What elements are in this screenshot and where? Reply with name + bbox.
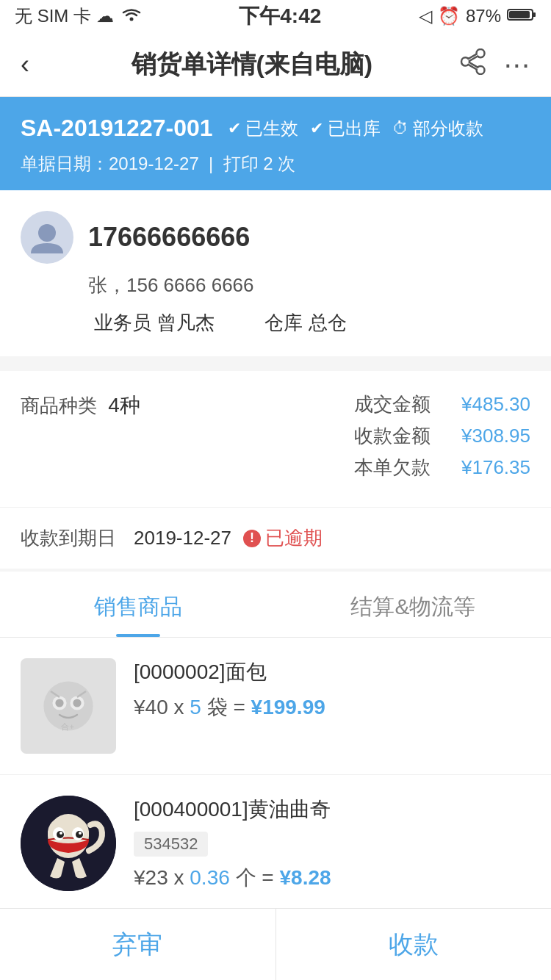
product-name-cookie: [000400001]黄油曲奇: [134, 796, 530, 824]
tab-sales[interactable]: 销售商品: [0, 572, 276, 637]
due-label: 收款到期日: [21, 525, 116, 551]
received-value: ¥308.95: [442, 425, 530, 447]
order-id: SA-20191227-001: [21, 115, 213, 142]
product-price-cookie: ¥23 x 0.36 个 = ¥8.28: [134, 864, 530, 892]
customer-section: 17666666666 张，156 6666 6666 业务员曾凡杰 仓库总仓: [0, 190, 551, 356]
share-icon[interactable]: [460, 48, 486, 81]
more-icon[interactable]: ···: [504, 48, 530, 81]
status-tags: ✔ 已生效 ✔ 已出库 ⏱ 部分收款: [228, 117, 483, 140]
product-badge-cookie: 534532: [134, 832, 208, 857]
sim-status: 无 SIM 卡 ☁: [15, 4, 114, 28]
amount-label: 成交金额: [354, 392, 431, 417]
collect-payment-button[interactable]: 收款: [276, 909, 552, 980]
svg-point-9: [73, 699, 81, 707]
due-date-value: 2019-12-27: [134, 527, 231, 550]
check-icon-shipped: ✔: [310, 119, 323, 138]
cancel-audit-button[interactable]: 弃审: [0, 909, 276, 980]
tabs-row: 销售商品 结算&物流等: [0, 572, 551, 638]
received-row: 收款金额 ¥308.95: [354, 423, 530, 449]
check-icon-active: ✔: [228, 119, 241, 138]
product-image-cookie: [21, 796, 116, 891]
svg-point-18: [79, 832, 82, 835]
overdue-dot-icon: !: [243, 530, 261, 547]
product-total-bread: ¥199.99: [251, 696, 325, 718]
page-title: 销货单详情(来自电脑): [44, 48, 460, 82]
product-info-bread: [0000002]面包 ¥40 x 5 袋 = ¥199.99: [134, 658, 530, 721]
svg-point-17: [60, 832, 62, 835]
product-total-cookie: ¥8.28: [279, 866, 331, 889]
battery-status: 87%: [466, 6, 501, 26]
sales-info: 业务员曾凡杰: [88, 310, 215, 336]
tab-settlement[interactable]: 结算&物流等: [276, 572, 551, 637]
location-icon: ◁: [419, 6, 432, 26]
svg-point-0: [129, 18, 133, 21]
status-bar: 无 SIM 卡 ☁ 下午4:42 ◁ ⏰ 87%: [0, 0, 551, 32]
overdue-text: 已逾期: [265, 525, 323, 551]
due-date-section: 收款到期日 2019-12-27 ! 已逾期: [0, 507, 551, 569]
product-price-bread: ¥40 x 5 袋 = ¥199.99: [134, 693, 530, 721]
product-qty-bread: 5: [190, 696, 201, 718]
debt-value: ¥176.35: [442, 456, 530, 479]
divider1: [0, 356, 551, 371]
customer-phone: 17666666666: [88, 222, 250, 253]
stats-section: 商品种类 4种 成交金额 ¥485.30 收款金额 ¥308.95 本单欠款 ¥…: [0, 371, 551, 507]
debt-row: 本单欠款 ¥176.35: [354, 455, 530, 480]
svg-rect-3: [509, 11, 530, 18]
battery-icon: [507, 6, 536, 26]
status-active: ✔ 已生效: [228, 117, 298, 140]
customer-top: 17666666666: [21, 211, 530, 264]
product-info-cookie: [000400001]黄油曲奇 534532 ¥23 x 0.36 个 = ¥8…: [134, 796, 530, 892]
status-partial: ⏱ 部分收款: [392, 117, 483, 140]
svg-text:合+: 合+: [61, 722, 74, 731]
product-item: 合+ [0000002]面包 ¥40 x 5 袋 = ¥199.99: [0, 638, 551, 775]
back-button[interactable]: ‹: [21, 49, 29, 80]
product-image-bread: 合+: [21, 658, 116, 754]
customer-name-phone: 张，156 6666 6666: [21, 273, 530, 298]
wifi-icon: [121, 6, 142, 26]
product-item: [000400001]黄油曲奇 534532 ¥23 x 0.36 个 = ¥8…: [0, 775, 551, 913]
status-bar-left: 无 SIM 卡 ☁: [15, 4, 142, 28]
overdue-badge: ! 已逾期: [243, 525, 323, 551]
tabs-section: 销售商品 结算&物流等: [0, 572, 551, 638]
bottom-bar: 弃审 收款: [0, 908, 551, 980]
clock-icon: ⏱: [392, 119, 408, 138]
svg-point-8: [55, 699, 63, 707]
received-label: 收款金额: [354, 423, 431, 449]
product-qty-cookie: 0.36: [190, 866, 230, 889]
financial-stats: 成交金额 ¥485.30 收款金额 ¥308.95 本单欠款 ¥176.35: [354, 392, 530, 486]
alarm-icon: ⏰: [438, 6, 460, 26]
customer-meta: 业务员曾凡杰 仓库总仓: [21, 310, 530, 336]
product-list: 合+ [0000002]面包 ¥40 x 5 袋 = ¥199.99: [0, 638, 551, 913]
product-types: 商品种类 4种: [21, 392, 140, 419]
status-shipped: ✔ 已出库: [310, 117, 381, 140]
svg-rect-2: [533, 12, 536, 17]
svg-point-4: [38, 224, 56, 242]
order-date-row: 单据日期：2019-12-27 | 打印 2 次: [21, 152, 530, 176]
amount-value: ¥485.30: [442, 393, 530, 416]
status-bar-right: ◁ ⏰ 87%: [419, 6, 536, 26]
nav-right-actions: ···: [460, 48, 530, 81]
header-banner: SA-20191227-001 ✔ 已生效 ✔ 已出库 ⏱ 部分收款 单据日期：…: [0, 97, 551, 190]
product-name-bread: [0000002]面包: [134, 658, 530, 686]
status-bar-time: 下午4:42: [239, 2, 321, 30]
warehouse-info: 仓库总仓: [259, 310, 347, 336]
customer-avatar: [21, 211, 73, 264]
nav-bar: ‹ 销货单详情(来自电脑) ···: [0, 32, 551, 97]
amount-row: 成交金额 ¥485.30: [354, 392, 530, 417]
debt-label: 本单欠款: [354, 455, 431, 480]
